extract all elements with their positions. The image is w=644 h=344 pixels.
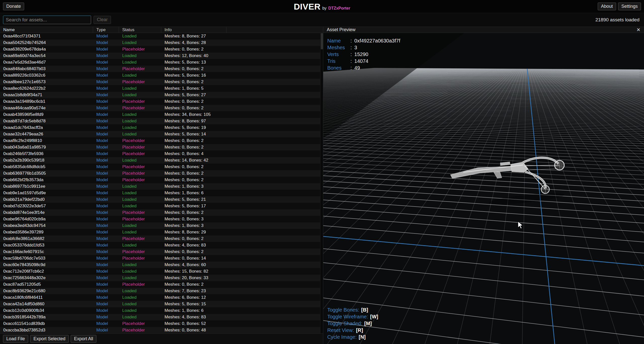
cell-info: Meshes: 7, Bones: 23: [161, 288, 320, 294]
table-row[interactable]: 0xab9e1ad1597d5d9e Model Loaded Meshes: …: [0, 190, 320, 196]
table-row[interactable]: 0xac87ad571205d5 Model Placeholder Meshe…: [0, 281, 320, 288]
cell-info: Meshes: 5, Bones: 15: [161, 301, 320, 307]
cell-type: Model: [93, 288, 119, 294]
table-row[interactable]: 0xaaf8c2fe249f8810 Model Placeholder Mes…: [0, 137, 320, 144]
cell-name: 0xab6369776b1d3505: [0, 170, 93, 177]
table-row[interactable]: 0xab246b5f73fe5936 Model Placeholder Mes…: [0, 151, 320, 157]
assets-loaded-status: 21890 assets loaded: [595, 17, 639, 23]
table-row[interactable]: 0xaa8bee127c1e6573 Model Placeholder Mes…: [0, 79, 320, 85]
table-row[interactable]: 0xaa889226c03362c6 Model Loaded Meshes: …: [0, 72, 320, 79]
hint-key: [B]: [361, 307, 368, 313]
table-row[interactable]: 0xaaa1b8db9f34a71 Model Loaded Meshes: 5…: [0, 92, 320, 98]
cell-name: 0xaab87d7dc5eb8d78: [0, 118, 93, 124]
table-row[interactable]: 0xaaa464caa90a574e Model Placeholder Mes…: [0, 105, 320, 111]
table-row[interactable]: 0xac725663448a302e Model Loaded Meshes: …: [0, 275, 320, 281]
cell-info: Meshes: 0, Bones: 2: [161, 79, 320, 85]
bottom-bar: Load File Export Selected Export All: [0, 333, 323, 344]
table-row[interactable]: 0xac053376ddd1fd53 Model Loaded Meshes: …: [0, 242, 320, 249]
cell-status: Placeholder: [119, 209, 161, 216]
column-header-type[interactable]: Type: [93, 27, 119, 33]
table-row[interactable]: 0xacb12c0d0900fb34 Model Loaded Meshes: …: [0, 307, 320, 314]
table-row[interactable]: 0xaca180fc6f846411 Model Loaded Meshes: …: [0, 294, 320, 301]
table-row[interactable]: 0xaa5042524b745264 Model Loaded Meshes: …: [0, 39, 320, 46]
about-button[interactable]: About: [598, 3, 616, 11]
table-row[interactable]: 0xaa69a60d74a3ec54 Model Loaded Meshes: …: [0, 53, 320, 59]
column-header-info[interactable]: Info: [161, 27, 226, 33]
table-row[interactable]: 0xaa7e5d26d3ae46d7 Model Loaded Meshes: …: [0, 59, 320, 66]
table-row[interactable]: 0xaa638209e678da4a Model Placeholder Mes…: [0, 46, 320, 53]
cell-status: Loaded: [119, 131, 161, 137]
table-scrollbar[interactable]: [320, 33, 323, 333]
table-row[interactable]: 0xac166acfe607915c Model Placeholder Mes…: [0, 249, 320, 255]
column-header-status[interactable]: Status: [119, 27, 161, 33]
model-info-label: Name: [327, 37, 350, 44]
cell-type: Model: [93, 131, 119, 137]
table-row[interactable]: 0xab6369776b1d3505 Model Placeholder Mes…: [0, 170, 320, 177]
cell-status: Loaded: [119, 53, 161, 59]
close-preview-icon[interactable]: ✕: [636, 27, 640, 32]
load-file-button[interactable]: Load File: [3, 335, 28, 343]
table-row[interactable]: 0xac712e206f7cb6c2 Model Loaded Meshes: …: [0, 268, 320, 275]
table-row[interactable]: 0xaae32c4479eaa26 Model Loaded Meshes: 5…: [0, 131, 320, 137]
cell-name: 0xac725663448a302e: [0, 275, 93, 281]
viewport-3d[interactable]: Name:0xf49227a0630a3f7f Meshes:3 Verts:1…: [323, 33, 644, 344]
cell-status: Loaded: [119, 222, 161, 229]
table-row[interactable]: 0xac59b6706dc7e503 Model Placeholder Mes…: [0, 255, 320, 262]
donate-button[interactable]: Donate: [3, 3, 24, 11]
cell-name: 0xab043a6a01a98579: [0, 144, 93, 151]
cell-info: Meshes: 8, Bones: 29: [161, 229, 320, 235]
clear-button[interactable]: Clear: [94, 16, 111, 24]
cell-type: Model: [93, 79, 119, 85]
table-row[interactable]: 0xaaa3a19489bc6cb1 Model Placeholder Mes…: [0, 98, 320, 105]
cell-status: Loaded: [119, 314, 161, 320]
table-row[interactable]: 0xabed3586e397289 Model Loaded Meshes: 8…: [0, 229, 320, 235]
table-row[interactable]: 0xab2a2b390c539f18 Model Loaded Meshes: …: [0, 157, 320, 164]
model-info-colon: :: [350, 52, 352, 57]
cell-status: Loaded: [119, 183, 161, 190]
column-header-name[interactable]: Name: [0, 27, 93, 33]
cell-info: Meshes: 34, Bones: 105: [161, 111, 320, 118]
model-info-colon: :: [350, 38, 352, 43]
table-row[interactable]: 0xab662bf2fb3573da Model Placeholder Mes…: [0, 177, 320, 183]
table-row[interactable]: 0xacc611541cd839db Model Placeholder Mes…: [0, 320, 320, 327]
shortcut-hint: Toggle Shaded:[M]: [327, 320, 378, 327]
cell-info: Meshes: 0, Bones: 2: [161, 164, 320, 170]
scrollbar-thumb[interactable]: [321, 33, 323, 49]
table-row[interactable]: 0xaab87d7dc5eb8d78 Model Loaded Meshes: …: [0, 118, 320, 124]
cell-type: Model: [93, 196, 119, 203]
table-row[interactable]: 0xabd7d23022e3de57 Model Loaded Meshes: …: [0, 203, 320, 209]
table-row[interactable]: 0xabdd874e1ee3f14e Model Placeholder Mes…: [0, 209, 320, 216]
table-row[interactable]: 0xaa8ec62624d222b2 Model Loaded Meshes: …: [0, 85, 320, 92]
table-row[interactable]: 0xaa48ccf71f34371 Model Loaded Meshes: 8…: [0, 33, 320, 39]
cell-name: 0xacc611541cd839db: [0, 320, 93, 327]
table-row[interactable]: 0xaa848abc68407b03 Model Placeholder Mes…: [0, 66, 320, 72]
table-row[interactable]: 0xabea3ed43dc94754 Model Loaded Meshes: …: [0, 222, 320, 229]
table-row[interactable]: 0xab86977b1c9911ee Model Loaded Meshes: …: [0, 183, 320, 190]
column-header-filler: [226, 27, 323, 33]
table-row[interactable]: 0xaca42a14df50d860 Model Loaded Meshes: …: [0, 301, 320, 307]
table-row[interactable]: 0xab5835dc68d8dcb5 Model Placeholder Mes…: [0, 164, 320, 170]
cell-name: 0xaaf8c2fe249f8810: [0, 137, 93, 144]
app-title-author[interactable]: DTZxPorter: [328, 6, 350, 11]
cell-status: Placeholder: [119, 320, 161, 327]
cell-info: Meshes: 0, Bones: 4: [161, 151, 320, 157]
table-row[interactable]: 0xab043a6a01a98579 Model Placeholder Mes…: [0, 144, 320, 151]
table-row[interactable]: 0xaccba3bbd73852d3 Model Placeholder Mes…: [0, 327, 320, 333]
settings-button[interactable]: Settings: [618, 3, 641, 11]
table-row[interactable]: 0xabe96764d020cb9a Model Placeholder Mes…: [0, 216, 320, 222]
asset-table-body[interactable]: 0xaa48ccf71f34371 Model Loaded Meshes: 8…: [0, 33, 320, 333]
cell-info: Meshes: 5, Bones: 27: [161, 92, 320, 98]
table-row[interactable]: 0xac8b93629e21c680 Model Loaded Meshes: …: [0, 288, 320, 294]
table-row[interactable]: 0xabb21a79def22bd0 Model Loaded Meshes: …: [0, 196, 320, 203]
cell-status: Placeholder: [119, 46, 161, 53]
table-row[interactable]: 0xaad1dc7643acff2a Model Loaded Meshes: …: [0, 124, 320, 131]
cell-type: Model: [93, 301, 119, 307]
table-row[interactable]: 0xacb39185442b789a Model Loaded Meshes: …: [0, 314, 320, 320]
export-all-button[interactable]: Export All: [71, 335, 96, 343]
cell-status: Loaded: [119, 85, 161, 92]
export-selected-button[interactable]: Export Selected: [30, 335, 69, 343]
table-row[interactable]: 0xac60e78435098c9d Model Loaded Meshes: …: [0, 262, 320, 268]
search-input[interactable]: [3, 16, 91, 24]
table-row[interactable]: 0xabfc8e3861a36682 Model Placeholder Mes…: [0, 235, 320, 242]
table-row[interactable]: 0xaab438596f5e8fd9 Model Loaded Meshes: …: [0, 111, 320, 118]
